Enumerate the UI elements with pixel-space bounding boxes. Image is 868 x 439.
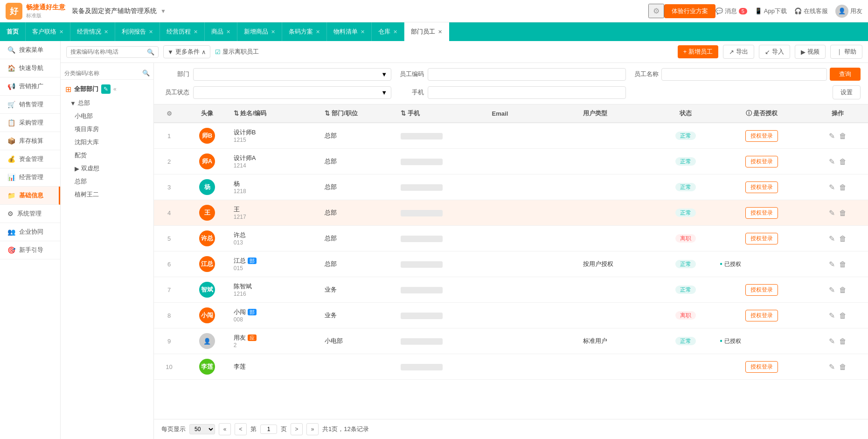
- auth-login-btn[interactable]: 授权登录: [745, 361, 778, 373]
- dept-node-planting[interactable]: 植树王二: [61, 188, 153, 201]
- trial-btn[interactable]: 体验行业方案: [664, 4, 715, 18]
- auth-login-btn[interactable]: 授权登录: [745, 181, 778, 193]
- delete-btn[interactable]: 🗑: [838, 235, 848, 243]
- dept-header[interactable]: ⊞ 全部部门 ✎ «: [61, 82, 153, 97]
- close-icon[interactable]: ✕: [104, 29, 108, 35]
- dept-node-project[interactable]: 项目库房: [61, 123, 153, 136]
- nav-item-barcode[interactable]: 条码方案 ✕: [282, 22, 327, 41]
- delete-btn[interactable]: 🗑: [838, 260, 848, 268]
- close-icon[interactable]: ✕: [393, 29, 397, 35]
- delete-btn[interactable]: 🗑: [838, 363, 848, 371]
- reset-btn[interactable]: 设置: [833, 85, 861, 99]
- close-icon[interactable]: ✕: [438, 29, 442, 35]
- dept-edit-btn[interactable]: ✎: [101, 84, 111, 94]
- dept-filter-select[interactable]: ▼: [193, 68, 391, 81]
- nav-item-profit[interactable]: 利润报告 ✕: [115, 22, 160, 41]
- edit-btn[interactable]: ✎: [827, 209, 836, 217]
- edit-btn[interactable]: ✎: [827, 363, 836, 371]
- close-icon[interactable]: ✕: [226, 29, 230, 35]
- settings-gear-btn[interactable]: ⚙: [648, 4, 664, 18]
- settings-icon[interactable]: ⚙: [167, 110, 172, 117]
- empcode-filter-input[interactable]: [428, 68, 626, 81]
- view-btn[interactable]: ▶ 视频: [795, 45, 826, 59]
- edit-btn[interactable]: ✎: [827, 260, 836, 268]
- delete-btn[interactable]: 🗑: [838, 183, 848, 191]
- close-icon[interactable]: ✕: [271, 29, 275, 35]
- close-icon[interactable]: ✕: [316, 29, 320, 35]
- edit-btn[interactable]: ✎: [827, 286, 836, 294]
- next-page-btn[interactable]: >: [291, 423, 303, 435]
- nav-item-new-goods[interactable]: 新增商品 ✕: [237, 22, 282, 41]
- sidebar-item-marketing[interactable]: 📢营销推广: [0, 77, 60, 96]
- sidebar-item-business[interactable]: 📊经营管理: [0, 168, 60, 187]
- dept-node-shenyang[interactable]: 沈阳大库: [61, 136, 153, 149]
- add-employee-btn[interactable]: + 新增员工: [678, 45, 718, 58]
- nav-item-goods[interactable]: 商品 ✕: [205, 22, 237, 41]
- sidebar-item-search[interactable]: 🔍搜索菜单: [0, 41, 60, 59]
- auth-login-btn[interactable]: 授权登录: [745, 284, 778, 296]
- dept-collapse-btn[interactable]: «: [113, 86, 117, 92]
- user-avatar-btn[interactable]: 👤 用友: [835, 5, 862, 18]
- page-input[interactable]: [260, 425, 277, 434]
- delete-btn[interactable]: 🗑: [838, 286, 848, 294]
- nav-item-history[interactable]: 经营历程 ✕: [160, 22, 205, 41]
- sidebar-item-purchase[interactable]: 📋采购管理: [0, 114, 60, 132]
- sidebar-item-basic-info[interactable]: 📁基础信息: [0, 187, 60, 205]
- status-filter-select[interactable]: ▼: [193, 86, 391, 99]
- message-btn[interactable]: 💬 消息 5: [715, 7, 747, 15]
- edit-btn[interactable]: ✎: [827, 337, 836, 345]
- online-service-btn[interactable]: 🎧 在线客服: [794, 7, 828, 15]
- auth-login-btn[interactable]: 授权登录: [745, 130, 778, 142]
- help-btn[interactable]: ｜ 帮助: [830, 45, 862, 59]
- edit-btn[interactable]: ✎: [827, 235, 836, 243]
- delete-btn[interactable]: 🗑: [838, 312, 848, 320]
- nav-item-customers[interactable]: 客户联络 ✕: [26, 22, 70, 41]
- auth-login-btn[interactable]: 授权登录: [745, 310, 778, 321]
- nav-item-bom[interactable]: 物料清单 ✕: [327, 22, 372, 41]
- empname-filter-input[interactable]: [661, 68, 827, 81]
- dept-search-input[interactable]: [64, 70, 142, 77]
- first-page-btn[interactable]: «: [219, 423, 231, 435]
- close-icon[interactable]: ✕: [149, 29, 153, 35]
- sidebar-item-sales[interactable]: 🛒销售管理: [0, 96, 60, 114]
- edit-btn[interactable]: ✎: [827, 132, 836, 140]
- delete-btn[interactable]: 🗑: [838, 132, 848, 140]
- close-icon[interactable]: ✕: [59, 29, 63, 35]
- per-page-select[interactable]: 50 100: [189, 424, 215, 434]
- close-icon[interactable]: ✕: [194, 29, 198, 35]
- more-filter-btn[interactable]: ▼ 更多条件 ∧: [163, 45, 210, 58]
- export-btn[interactable]: ↗ 导出: [723, 45, 754, 59]
- auth-login-btn[interactable]: 授权登录: [745, 233, 778, 244]
- delete-btn[interactable]: 🗑: [838, 158, 848, 166]
- col-header-phone[interactable]: ⇅ 手机: [397, 105, 488, 123]
- sidebar-item-guide[interactable]: 🎯新手引导: [0, 241, 60, 259]
- sidebar-item-collab[interactable]: 👥企业协同: [0, 223, 60, 241]
- edit-btn[interactable]: ✎: [827, 312, 836, 320]
- last-page-btn[interactable]: »: [306, 423, 319, 435]
- show-resigned-toggle[interactable]: ☑ 显示离职员工: [215, 48, 259, 56]
- dropdown-arrow-icon[interactable]: ▼: [160, 8, 166, 14]
- sidebar-item-finance[interactable]: 💰资金管理: [0, 150, 60, 168]
- sidebar-item-nav[interactable]: 🏠快速导航: [0, 59, 60, 77]
- close-icon[interactable]: ✕: [361, 29, 365, 35]
- dept-node-distribution[interactable]: 配货: [61, 149, 153, 162]
- dept-node-hq[interactable]: 总部: [61, 175, 153, 188]
- nav-item-operations[interactable]: 经营情况 ✕: [70, 22, 115, 41]
- auth-login-btn[interactable]: 授权登录: [745, 156, 778, 167]
- dept-node-shuangxu[interactable]: ▶ 双虚想: [61, 162, 153, 175]
- query-btn[interactable]: 查询: [830, 68, 861, 81]
- nav-item-warehouse[interactable]: 仓库 ✕: [372, 22, 404, 41]
- sidebar-item-system[interactable]: ⚙系统管理: [0, 205, 60, 223]
- edit-btn[interactable]: ✎: [827, 158, 836, 166]
- dept-node-headquarters[interactable]: ▼ 总部: [61, 97, 153, 110]
- import-btn[interactable]: ↙ 导入: [759, 45, 790, 59]
- col-header-name[interactable]: ⇅ 姓名/编码: [230, 105, 321, 123]
- delete-btn[interactable]: 🗑: [838, 337, 848, 345]
- app-download-btn[interactable]: 📱 App下载: [755, 7, 787, 15]
- search-input[interactable]: [70, 49, 145, 55]
- edit-btn[interactable]: ✎: [827, 183, 836, 191]
- sidebar-item-inventory[interactable]: 📦库存核算: [0, 132, 60, 150]
- col-header-dept[interactable]: ⇅ 部门/职位: [321, 105, 397, 123]
- nav-item-home[interactable]: 首页: [0, 22, 26, 41]
- prev-page-btn[interactable]: <: [235, 423, 247, 435]
